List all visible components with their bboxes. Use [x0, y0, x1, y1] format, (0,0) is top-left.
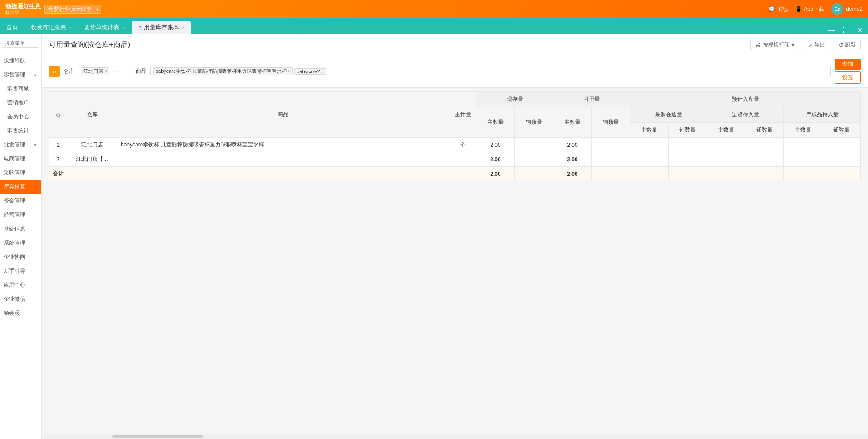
sidebar-item-finance[interactable]: 资金管理	[0, 194, 41, 208]
filter-action-btns: 查询 设置	[835, 59, 861, 84]
sidebar-item-app-center[interactable]: 应用中心	[0, 278, 41, 292]
store-select[interactable]: 母婴行业演示账套	[44, 5, 101, 14]
th-current-stock-group: 现存量	[476, 92, 553, 107]
cell-avail-aux-2	[592, 152, 630, 167]
cell-cur-main-1: 2.00	[476, 138, 515, 152]
refresh-icon: ↺	[839, 42, 843, 48]
th-gear: ⚙	[49, 92, 67, 138]
logo-area: 畅捷通好生意 标准版	[5, 3, 41, 15]
top-bar-left: 畅捷通好生意 标准版 母婴行业演示账套	[5, 3, 101, 15]
tab-available-stock-label: 可用量库存账本	[138, 24, 179, 32]
tab-order-stats-label: 要货单统计表	[84, 24, 119, 32]
print-btn[interactable]: 🖨 按模板打印 ▾	[750, 39, 799, 51]
warehouse-tag-remove[interactable]: ×	[104, 69, 107, 74]
warehouse-filter-label: 仓库	[63, 67, 74, 75]
sidebar-item-member-pro[interactable]: 畅会员	[0, 306, 41, 320]
warehouse-filter-container[interactable]: 江北门店 × ···	[78, 66, 132, 76]
expand-filter-btn[interactable]: »	[49, 66, 60, 77]
total-row: 合计 2.00 2.00	[49, 167, 861, 181]
sidebar-item-ecommerce[interactable]: 电商管理	[0, 152, 41, 166]
message-btn[interactable]: 💬 消息	[769, 5, 788, 13]
sidebar-item-purchase[interactable]: 采购管理	[0, 166, 41, 180]
th-unit: 主计量	[449, 92, 476, 138]
username-label: demo2	[846, 6, 863, 12]
settings-btn[interactable]: 设置	[835, 71, 861, 84]
close-btn[interactable]: ✕	[855, 27, 864, 34]
maximize-btn[interactable]: ⛶	[841, 26, 852, 34]
sidebar-item-enterprise[interactable]: 企业协同	[0, 250, 41, 264]
th-incoming-aux: 辅数量	[745, 123, 784, 138]
th-current-aux: 辅数量	[515, 107, 553, 138]
product-filter-container[interactable]: babycare学饮杯 儿童防摔防撞吸管杯重力球吸嘴杯宝宝水杯 × babyca…	[150, 66, 831, 76]
th-warehouse: 仓库	[67, 92, 117, 138]
sidebar-item-inventory[interactable]: 库存核算	[0, 180, 41, 194]
horizontal-scrollbar[interactable]	[112, 435, 203, 438]
total-prod-main	[784, 167, 822, 181]
table-row: 2 江北门店【... 2.00 2.00	[49, 152, 861, 167]
tab-order-stats[interactable]: 要货单统计表 ×	[78, 21, 131, 34]
app-icon: 📱	[795, 6, 802, 12]
total-avail-main: 2.00	[553, 167, 592, 181]
cell-product-1: babycare学饮杯 儿童防摔防撞吸管杯重力球吸嘴杯宝宝水杯	[117, 138, 449, 152]
sidebar-item-shortcut[interactable]: 快捷导航	[0, 54, 41, 68]
cell-inc-main-2	[707, 152, 745, 167]
logo-text: 畅捷通好生意	[5, 3, 41, 10]
refresh-btn[interactable]: ↺ 刷新	[834, 39, 861, 51]
data-table: ⚙ 仓库 商品 主计量 现存量 可用量 预计入库量 主数量 辅数量 主数量 辅数…	[49, 91, 861, 181]
th-available-main: 主数量	[553, 107, 592, 138]
cell-cur-aux-2	[515, 152, 553, 167]
th-available-group: 可用量	[553, 92, 630, 107]
top-bar: 畅捷通好生意 标准版 母婴行业演示账套 💬 消息 📱 App下载 Ea demo…	[0, 0, 868, 18]
cell-avail-main-1: 2.00	[553, 138, 592, 152]
cell-prod-main-1	[784, 138, 822, 152]
product-tag-1: babycare学饮杯 儿童防摔防撞吸管杯重力球吸嘴杯宝宝水杯 ×	[153, 67, 293, 75]
sidebar-item-system[interactable]: 系统管理	[0, 236, 41, 250]
tab-home-label: 首页	[6, 24, 18, 32]
minimize-btn[interactable]: —	[826, 26, 837, 34]
sidebar-item-marketing[interactable]: 营销推广	[0, 96, 41, 110]
sidebar-item-wholesale[interactable]: 批发管理 ▼	[0, 138, 41, 152]
page-header: 可用量查询(按仓库+商品) 🖨 按模板打印 ▾ ↗ 导出 ↺ 刷新	[42, 34, 868, 55]
query-btn[interactable]: 查询	[835, 59, 861, 70]
cell-avail-main-2: 2.00	[553, 152, 592, 167]
sidebar-item-retail-stats[interactable]: 零售统计	[0, 124, 41, 138]
user-area[interactable]: Ea demo2	[831, 3, 863, 15]
total-pur-aux	[669, 167, 707, 181]
total-inc-main	[707, 167, 745, 181]
sidebar: 快捷导航 零售管理 ▲ 零售商城 营销推广 会员中心 零售统计 批发管理 ▼	[0, 34, 42, 439]
nav-tabs: 首页 收发存汇总表 × 要货单统计表 × 可用量库存账本 × — ⛶ ✕	[0, 18, 868, 34]
product-tag-1-remove[interactable]: ×	[288, 69, 291, 74]
cell-cur-main-2: 2.00	[476, 152, 515, 167]
tab-summary-close[interactable]: ×	[69, 25, 71, 30]
print-icon: 🖨	[755, 42, 761, 48]
total-label: 合计	[49, 167, 476, 181]
app-download-btn[interactable]: 📱 App下载	[795, 5, 824, 13]
th-purchase-aux: 辅数量	[669, 123, 707, 138]
top-bar-right: 💬 消息 📱 App下载 Ea demo2	[769, 3, 863, 15]
store-select-wrap[interactable]: 母婴行业演示账套	[44, 5, 101, 14]
tab-available-stock[interactable]: 可用量库存账本 ×	[132, 21, 191, 34]
th-purchase-group: 采购在途量	[630, 107, 707, 123]
sidebar-item-wechat[interactable]: 企业微信	[0, 292, 41, 306]
scrollbar-area	[42, 434, 868, 439]
cell-unit-1: 个	[449, 138, 476, 152]
export-btn[interactable]: ↗ 导出	[803, 39, 830, 51]
total-cur-main: 2.00	[476, 167, 515, 181]
sidebar-item-retail-mall[interactable]: 零售商城	[0, 82, 41, 96]
warehouse-more-btn[interactable]: ···	[111, 68, 120, 75]
tab-available-stock-close[interactable]: ×	[182, 25, 184, 30]
th-incoming-main: 主数量	[707, 123, 745, 138]
th-forecast-group: 预计入库量	[630, 92, 861, 107]
sidebar-item-tutorial[interactable]: 新手引导	[0, 264, 41, 278]
message-label: 消息	[777, 5, 788, 13]
sidebar-item-retail-mgmt[interactable]: 零售管理 ▲	[0, 68, 41, 82]
sidebar-item-basic-info[interactable]: 基础信息	[0, 222, 41, 236]
tab-home[interactable]: 首页	[0, 21, 24, 34]
tab-order-stats-close[interactable]: ×	[122, 25, 125, 30]
gear-icon[interactable]: ⚙	[55, 111, 61, 118]
th-production-group: 产成品待入量	[784, 107, 861, 123]
search-input[interactable]	[2, 38, 39, 48]
sidebar-item-member[interactable]: 会员中心	[0, 110, 41, 124]
tab-summary[interactable]: 收发存汇总表 ×	[24, 21, 78, 34]
sidebar-item-operations[interactable]: 经营管理	[0, 208, 41, 222]
